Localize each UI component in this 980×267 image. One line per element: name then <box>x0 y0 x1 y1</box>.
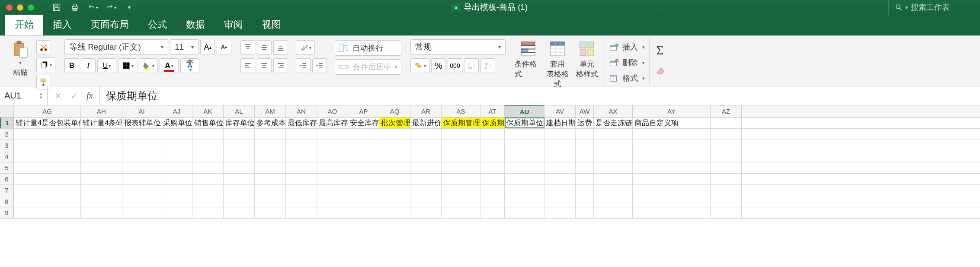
cell-AP5[interactable] <box>348 162 379 173</box>
cell-AT9[interactable] <box>480 207 505 218</box>
cell-AR4[interactable] <box>410 151 442 162</box>
cell-AJ7[interactable] <box>161 185 192 196</box>
cell-AJ4[interactable] <box>161 151 192 162</box>
column-header-AI[interactable]: AI <box>122 105 161 117</box>
cell-AG2[interactable] <box>14 129 81 140</box>
row-header-2[interactable]: 2 <box>0 129 14 140</box>
cell-AZ3[interactable] <box>711 140 742 151</box>
cell-AJ3[interactable] <box>161 140 192 151</box>
cell-AG1[interactable]: 辅计量4是否包装单位 <box>14 118 81 128</box>
tab-review[interactable]: 审阅 <box>215 14 253 35</box>
cell-AH7[interactable] <box>81 185 122 196</box>
cell-AT8[interactable] <box>480 196 505 207</box>
cell-AP6[interactable] <box>348 174 379 184</box>
cell-AH2[interactable] <box>81 129 122 140</box>
column-header-AH[interactable]: AH <box>81 105 122 117</box>
cut-button[interactable] <box>36 40 51 55</box>
cell-AS8[interactable] <box>442 196 480 207</box>
cell-AR3[interactable] <box>410 140 442 151</box>
cell-AH8[interactable] <box>81 196 122 207</box>
cell-AI5[interactable] <box>122 162 161 173</box>
cell-AW6[interactable] <box>576 174 594 184</box>
decrease-font-button[interactable]: A▾ <box>217 40 231 54</box>
fx-button[interactable]: fx <box>86 91 93 101</box>
orientation-button[interactable]: ab <box>296 40 315 55</box>
cell-AW3[interactable] <box>576 140 594 151</box>
cell-AI3[interactable] <box>122 140 161 151</box>
cell-AL2[interactable] <box>224 129 255 140</box>
cell-AM4[interactable] <box>255 151 286 162</box>
cell-AG9[interactable] <box>14 207 81 218</box>
cell-AU8[interactable] <box>505 196 544 207</box>
column-header-AR[interactable]: AR <box>410 105 442 117</box>
cell-AS5[interactable] <box>442 162 480 173</box>
cell-AH6[interactable] <box>81 174 122 184</box>
cell-AN2[interactable] <box>286 129 317 140</box>
column-header-AY[interactable]: AY <box>633 105 711 117</box>
cell-AJ1[interactable]: 采购单位 <box>161 118 192 128</box>
font-color-button[interactable]: A <box>160 58 179 73</box>
cell-AM3[interactable] <box>255 140 286 151</box>
name-box[interactable]: AU1 ▲▼ <box>0 86 48 105</box>
cell-AG4[interactable] <box>14 151 81 162</box>
cell-AV9[interactable] <box>544 207 576 218</box>
cell-AU3[interactable] <box>505 140 544 151</box>
clear-button[interactable] <box>654 64 666 77</box>
cell-AW5[interactable] <box>576 162 594 173</box>
cell-AZ6[interactable] <box>711 174 742 184</box>
cell-AT3[interactable] <box>480 140 505 151</box>
cell-AT2[interactable] <box>480 129 505 140</box>
cell-AP7[interactable] <box>348 185 379 196</box>
cell-AM2[interactable] <box>255 129 286 140</box>
cell-AO1[interactable]: 最高库存 <box>317 118 348 128</box>
cell-AO5[interactable] <box>317 162 348 173</box>
cell-AI7[interactable] <box>122 185 161 196</box>
cell-AY8[interactable] <box>633 196 711 207</box>
cell-AY7[interactable] <box>633 185 711 196</box>
align-center-button[interactable] <box>257 58 272 73</box>
column-header-AS[interactable]: AS <box>442 105 480 117</box>
cell-AV8[interactable] <box>544 196 576 207</box>
cell-AL6[interactable] <box>224 174 255 184</box>
cell-AW1[interactable]: 运费 <box>576 118 594 128</box>
column-header-AV[interactable]: AV <box>544 105 576 117</box>
cell-AN4[interactable] <box>286 151 317 162</box>
cell-AL3[interactable] <box>224 140 255 151</box>
cell-AO4[interactable] <box>317 151 348 162</box>
merge-center-button[interactable]: 合并后居中 ▾ <box>335 59 401 75</box>
cell-AI6[interactable] <box>122 174 161 184</box>
cell-AM8[interactable] <box>255 196 286 207</box>
cell-AS1[interactable]: 保质期管理 <box>442 118 480 128</box>
cell-AR1[interactable]: 最新进价 <box>410 118 442 128</box>
format-cells-button[interactable]: 格式▾ <box>609 71 645 85</box>
table-format-button[interactable]: 套用 表格格式 <box>544 39 571 89</box>
cell-AH5[interactable] <box>81 162 122 173</box>
search-input[interactable] <box>911 3 976 12</box>
cell-AN8[interactable] <box>286 196 317 207</box>
cell-AL1[interactable]: 库存单位 <box>224 118 255 128</box>
column-header-AK[interactable]: AK <box>192 105 224 117</box>
cell-AZ1[interactable] <box>711 118 742 128</box>
cell-AU2[interactable] <box>505 129 544 140</box>
cell-AK2[interactable] <box>192 129 224 140</box>
cell-AV2[interactable] <box>544 129 576 140</box>
cell-AM5[interactable] <box>255 162 286 173</box>
cell-AX1[interactable]: 是否走冻链 <box>594 118 633 128</box>
cell-AZ8[interactable] <box>711 196 742 207</box>
cell-AQ4[interactable] <box>379 151 410 162</box>
cell-AS2[interactable] <box>442 129 480 140</box>
column-header-AJ[interactable]: AJ <box>161 105 192 117</box>
cell-AX2[interactable] <box>594 129 633 140</box>
cell-AO3[interactable] <box>317 140 348 151</box>
cell-AS6[interactable] <box>442 174 480 184</box>
row-header-9[interactable]: 9 <box>0 207 14 218</box>
cell-AN6[interactable] <box>286 174 317 184</box>
row-header-7[interactable]: 7 <box>0 185 14 196</box>
sheet-search[interactable]: ▾ <box>888 0 976 15</box>
cell-AW4[interactable] <box>576 151 594 162</box>
cell-AT7[interactable] <box>480 185 505 196</box>
cell-AI8[interactable] <box>122 196 161 207</box>
cell-AX4[interactable] <box>594 151 633 162</box>
cell-AT1[interactable]: 保质期 <box>480 118 505 128</box>
decrease-decimal-button[interactable]: .00.0 <box>480 58 495 73</box>
